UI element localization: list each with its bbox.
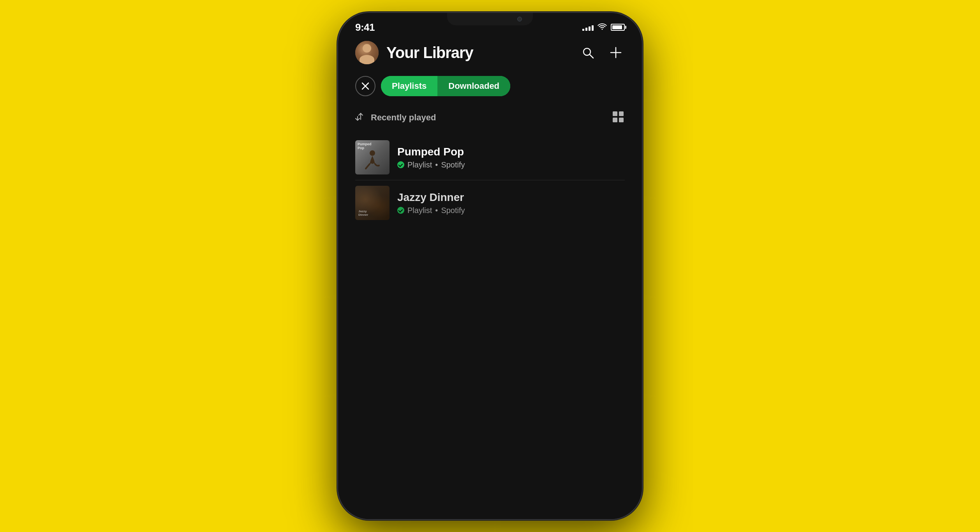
filter-row: Playlists Downloaded: [355, 76, 625, 96]
dancer-icon: [363, 149, 382, 173]
sort-row: Recently played: [355, 110, 625, 125]
jazzy-dinner-type: Playlist: [407, 206, 432, 215]
avatar[interactable]: [355, 41, 379, 64]
battery-fill: [612, 25, 622, 29]
app-content: Your Library: [338, 35, 642, 225]
downloaded-indicator-1: [397, 161, 404, 168]
avatar-image: [355, 41, 379, 64]
jazzy-dinner-art-text: JazzyDinner: [358, 210, 368, 217]
header: Your Library: [355, 41, 625, 64]
sort-icon[interactable]: [355, 112, 366, 123]
battery-icon: [611, 24, 625, 31]
signal-bars-icon: [582, 24, 594, 31]
jazzy-dinner-name: Jazzy Dinner: [397, 191, 625, 204]
svg-rect-10: [613, 118, 617, 122]
svg-point-12: [370, 150, 375, 156]
wifi-icon: [598, 23, 607, 32]
status-time: 9:41: [355, 21, 375, 33]
jazzy-dinner-meta: Playlist • Spotify: [397, 206, 625, 215]
pumped-pop-source: Spotify: [441, 160, 465, 169]
phone-frame: 9:41: [338, 13, 642, 519]
page-title: Your Library: [386, 44, 473, 62]
sort-left: Recently played: [355, 112, 436, 123]
pumped-pop-type: Playlist: [407, 160, 432, 169]
signal-bar-3: [589, 26, 590, 31]
pumped-pop-art-bg: PumpedPop: [355, 140, 390, 174]
svg-rect-8: [613, 111, 617, 116]
jazzy-dinner-art-bg: JazzyDinner: [355, 186, 390, 220]
notch: [447, 13, 533, 25]
signal-bar-4: [592, 25, 594, 31]
jazzy-dinner-info: Jazzy Dinner Playlist • Spotify: [397, 191, 625, 215]
signal-bar-1: [582, 29, 584, 31]
filter-playlists-button[interactable]: Playlists: [381, 76, 437, 96]
search-button[interactable]: [579, 44, 597, 62]
add-button[interactable]: [607, 44, 625, 62]
filter-downloaded-button[interactable]: Downloaded: [437, 76, 510, 96]
pumped-pop-name: Pumped Pop: [397, 146, 625, 158]
downloaded-indicator-2: [397, 207, 404, 214]
filter-pills: Playlists Downloaded: [381, 76, 510, 96]
svg-line-1: [590, 55, 593, 58]
playlist-item-jazzy-dinner[interactable]: JazzyDinner Jazzy Dinner Playlist • Spot…: [355, 180, 625, 225]
pumped-pop-info: Pumped Pop Playlist • Spotify: [397, 146, 625, 169]
camera-dot: [517, 17, 522, 21]
svg-rect-11: [619, 118, 624, 122]
pumped-pop-meta: Playlist • Spotify: [397, 160, 625, 169]
jazzy-dinner-source: Spotify: [441, 206, 465, 215]
pumped-pop-artwork: PumpedPop: [355, 140, 390, 174]
dot-separator-2: •: [435, 206, 438, 215]
svg-rect-9: [619, 111, 624, 116]
status-icons: [582, 23, 625, 32]
jazzy-dinner-artwork: JazzyDinner: [355, 186, 390, 220]
playlist-item-pumped-pop[interactable]: PumpedPop Pumped Pop Playl: [355, 135, 625, 180]
dot-separator-1: •: [435, 160, 438, 169]
header-actions: [579, 44, 625, 62]
grid-view-button[interactable]: [612, 110, 625, 125]
signal-bar-2: [585, 28, 587, 31]
header-left: Your Library: [355, 41, 473, 64]
sort-label[interactable]: Recently played: [371, 113, 436, 123]
close-filter-button[interactable]: [355, 76, 375, 96]
screen: 9:41: [338, 13, 642, 519]
